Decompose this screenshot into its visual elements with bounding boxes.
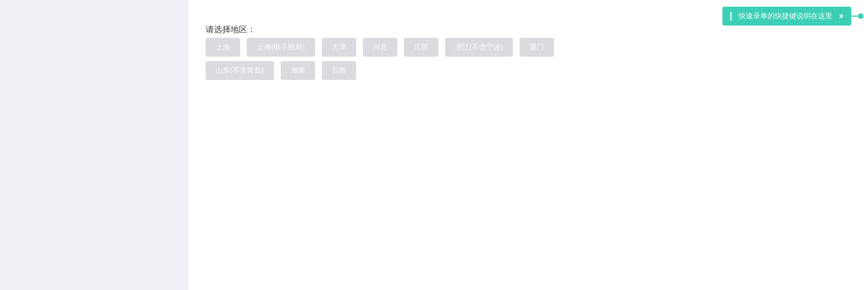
btn-xiamen[interactable]: 厦门 — [520, 38, 554, 57]
btn-jiangsu[interactable]: 江苏 — [404, 38, 438, 57]
tooltip-close-button[interactable]: × — [839, 12, 844, 21]
region-label: 请选择地区： — [206, 24, 256, 35]
tooltip-line — [847, 16, 858, 17]
tooltip-dot — [858, 13, 864, 19]
btn-zhejiang[interactable]: 浙江(不含宁波) — [445, 38, 513, 57]
btn-yunnan[interactable]: 云南 — [322, 61, 356, 80]
btn-tianjin[interactable]: 天津 — [322, 38, 356, 57]
tooltip-banner: 快速录单的快捷键说明在这里 × — [722, 7, 851, 26]
region-buttons-row2: 山东(不含青岛) 海南 云南 — [206, 61, 356, 80]
tooltip-bar-icon — [730, 12, 732, 21]
btn-shandong[interactable]: 山东(不含青岛) — [206, 61, 274, 80]
main-content: 请选择地区： 上海 上海(电子税局) 天津 河北 江苏 浙江(不含宁波) 厦门 … — [189, 0, 868, 290]
btn-hebei[interactable]: 河北 — [363, 38, 397, 57]
region-buttons-row1: 上海 上海(电子税局) 天津 河北 江苏 浙江(不含宁波) 厦门 — [206, 38, 554, 57]
btn-shanghai-e[interactable]: 上海(电子税局) — [247, 38, 315, 57]
tooltip-text: 快速录单的快捷键说明在这里 — [739, 11, 832, 21]
btn-hainan[interactable]: 海南 — [281, 61, 315, 80]
btn-shanghai[interactable]: 上海 — [206, 38, 240, 57]
left-panel — [0, 0, 189, 290]
